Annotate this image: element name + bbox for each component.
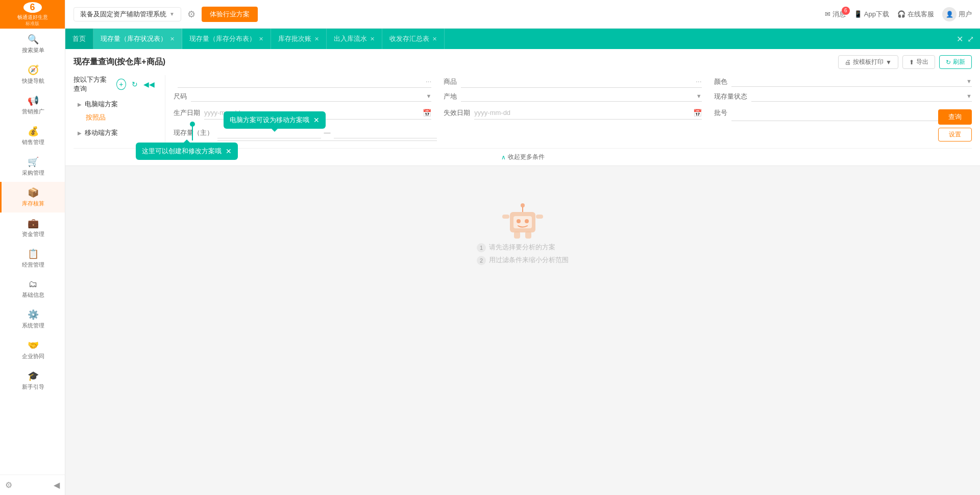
tab-label-inout-flow: 出入库流水 bbox=[334, 34, 367, 43]
nav-label-sales: 销售管理 bbox=[22, 138, 44, 146]
nav-icon-operations: 📋 bbox=[28, 248, 39, 260]
goods-dots[interactable]: ··· bbox=[696, 77, 702, 85]
scheme-mobile[interactable]: ▶ 移动端方案 bbox=[74, 126, 161, 139]
filter-exp-date: 失效日期 yyyy-mm-dd 📅 bbox=[444, 105, 701, 121]
nav-label-enterprise: 企业协同 bbox=[22, 352, 44, 360]
tab-inout-flow[interactable]: 出入库流水✕ bbox=[327, 29, 382, 49]
tab-close-receive-summary[interactable]: ✕ bbox=[432, 36, 437, 42]
tab-inventory-distribution[interactable]: 现存量（库存分布表）✕ bbox=[182, 29, 271, 49]
color-chevron[interactable]: ▼ bbox=[966, 78, 972, 84]
prod-date-calendar-icon[interactable]: 📅 bbox=[423, 109, 431, 117]
tab-inventory-status[interactable]: 现存量（库存状况表）✕ bbox=[93, 29, 182, 49]
scheme-desktop[interactable]: ▶ 电脑端方案 bbox=[74, 98, 161, 111]
user-menu[interactable]: 👤 用户 bbox=[942, 7, 972, 21]
nav-icon-marketing: 📢 bbox=[28, 95, 39, 106]
sidebar: 6 畅通道好生意 标准版 🔍 搜索菜单 🧭 快捷导航 📢 营销推广 💰 销售管理… bbox=[0, 0, 65, 495]
tab-receive-summary[interactable]: 收发存汇总表✕ bbox=[382, 29, 445, 49]
header-settings-icon[interactable]: ⚙ bbox=[187, 9, 195, 20]
sidebar-item-newbie[interactable]: 🎓 新手引导 bbox=[0, 365, 65, 396]
refresh-button[interactable]: ↻ 刷新 bbox=[939, 55, 972, 69]
tab-close-inventory-distribution[interactable]: ✕ bbox=[259, 36, 263, 42]
query-button[interactable]: 查询 bbox=[938, 109, 972, 125]
app-download-button[interactable]: 📱 App下载 bbox=[854, 10, 889, 19]
tab-home[interactable]: 首页 bbox=[65, 29, 93, 49]
tab-close-inout-flow[interactable]: ✕ bbox=[370, 36, 375, 42]
print-chevron: ▼ bbox=[886, 59, 892, 66]
nav-icon-search: 🔍 bbox=[28, 34, 39, 45]
system-name: 装备及固定资产辅助管理系统 bbox=[80, 10, 166, 19]
nav-label-purchase: 采购管理 bbox=[22, 169, 44, 177]
messages-button[interactable]: ✉ 消息 6 bbox=[825, 10, 846, 19]
tab-label-home: 首页 bbox=[72, 34, 86, 43]
tab-expand-icon[interactable]: ⤢ bbox=[967, 34, 974, 44]
warehouse-dots[interactable]: ··· bbox=[426, 77, 432, 85]
tab-label-batch-account: 库存批次账 bbox=[278, 34, 311, 43]
refresh-scheme-icon[interactable]: ↻ bbox=[130, 79, 139, 90]
print-icon: 🖨 bbox=[845, 59, 851, 66]
message-icon: ✉ bbox=[825, 10, 830, 18]
add-scheme-button[interactable]: + bbox=[116, 79, 126, 90]
chevron-right-icon-2: ▶ bbox=[78, 130, 82, 136]
tab-batch-account[interactable]: 库存批次账✕ bbox=[271, 29, 327, 49]
settings-icon[interactable]: ⚙ bbox=[5, 480, 12, 490]
prev-scheme-icon[interactable]: ◀◀ bbox=[143, 79, 155, 90]
origin-chevron[interactable]: ▼ bbox=[696, 93, 702, 99]
sidebar-item-finance[interactable]: 💼 资金管理 bbox=[0, 213, 65, 243]
sidebar-item-purchase[interactable]: 🛒 采购管理 bbox=[0, 151, 65, 182]
filter-panel: 现存量查询(按仓库+商品) 🖨 按模板打印 ▼ ⬆ 导出 ↻ 刷新 bbox=[65, 49, 980, 166]
sidebar-item-inventory[interactable]: 📦 库存核算 bbox=[0, 182, 65, 213]
sidebar-item-marketing[interactable]: 📢 营销推广 bbox=[0, 90, 65, 121]
set-button[interactable]: 设置 bbox=[938, 128, 972, 142]
empty-text: 1 请先选择要分析的方案 2 用过滤条件来缩小分析范围 bbox=[477, 243, 569, 268]
sidebar-footer: ⚙ ◀ bbox=[0, 475, 65, 495]
nav-icon-inventory: 📦 bbox=[28, 187, 39, 198]
batch-input[interactable] bbox=[731, 107, 972, 119]
collapse-sidebar-icon[interactable]: ◀ bbox=[54, 480, 60, 490]
filter-row-2: 尺码 ▼ 产地 ▼ bbox=[174, 91, 972, 102]
tab-close-inventory-status[interactable]: ✕ bbox=[170, 36, 175, 42]
logo-icon: 6 bbox=[23, 2, 42, 13]
export-button[interactable]: ⬆ 导出 bbox=[902, 55, 935, 69]
nav-icon-basic: 🗂 bbox=[29, 279, 38, 290]
hint-num-1: 1 bbox=[477, 243, 486, 252]
filter-size: 尺码 ▼ bbox=[174, 91, 431, 102]
nav-label-newbie: 新手引导 bbox=[22, 383, 44, 391]
nav-label-marketing: 营销推广 bbox=[22, 108, 44, 115]
exp-date-calendar-icon[interactable]: 📅 bbox=[693, 109, 702, 117]
sidebar-item-system[interactable]: ⚙️ 系统管理 bbox=[0, 304, 65, 335]
hint-num-2: 2 bbox=[477, 256, 486, 265]
tab-close-all-icon[interactable]: ✕ bbox=[957, 34, 963, 44]
nav-label-operations: 经营管理 bbox=[22, 261, 44, 269]
filter-label-section: 按以下方案查询 + ↻ ◀◀ bbox=[74, 75, 155, 93]
scheme-desktop-child[interactable]: 按照品 bbox=[74, 111, 161, 124]
sidebar-item-search[interactable]: 🔍 搜索菜单 bbox=[0, 29, 65, 59]
size-chevron[interactable]: ▼ bbox=[426, 93, 431, 99]
query-buttons: 查询 设置 bbox=[938, 109, 972, 142]
filter-origin: 产地 ▼ bbox=[444, 91, 701, 102]
chevron-right-icon: ▶ bbox=[78, 102, 82, 107]
tab-label-inventory-distribution: 现存量（库存分布表） bbox=[189, 34, 256, 43]
connector-line bbox=[192, 125, 193, 140]
filter-label: 按以下方案查询 bbox=[74, 75, 112, 93]
tab-close-batch-account[interactable]: ✕ bbox=[314, 36, 319, 42]
sidebar-item-operations[interactable]: 📋 经营管理 bbox=[0, 243, 65, 274]
svg-rect-4 bbox=[502, 215, 509, 219]
nav-icon-sales: 💰 bbox=[28, 126, 39, 137]
trial-button[interactable]: 体验行业方案 bbox=[202, 7, 258, 22]
tooltip-create-close[interactable]: ✕ bbox=[226, 147, 232, 155]
online-support-button[interactable]: 🎧 在线客服 bbox=[897, 10, 934, 19]
system-selector[interactable]: 装备及固定资产辅助管理系统 ▼ bbox=[74, 7, 181, 21]
app-logo: 6 畅通道好生意 标准版 bbox=[0, 0, 65, 29]
tab-bar-controls: ✕ ⤢ bbox=[950, 34, 980, 44]
stock-main-max[interactable] bbox=[334, 126, 437, 138]
sidebar-item-guide[interactable]: 🧭 快捷导航 bbox=[0, 59, 65, 90]
stock-status-chevron[interactable]: ▼ bbox=[966, 93, 972, 99]
tooltip-scheme-close[interactable]: ✕ bbox=[313, 116, 320, 124]
collapse-button[interactable]: ∧ 收起更多条件 bbox=[501, 153, 545, 161]
sidebar-item-sales[interactable]: 💰 销售管理 bbox=[0, 121, 65, 151]
sidebar-item-basic[interactable]: 🗂 基础信息 bbox=[0, 274, 65, 304]
app-name: 畅通道好生意 bbox=[17, 14, 48, 20]
sidebar-item-enterprise[interactable]: 🤝 企业协同 bbox=[0, 335, 65, 365]
print-button[interactable]: 🖨 按模板打印 ▼ bbox=[838, 55, 898, 69]
filter-batch: 批号 bbox=[714, 105, 972, 121]
